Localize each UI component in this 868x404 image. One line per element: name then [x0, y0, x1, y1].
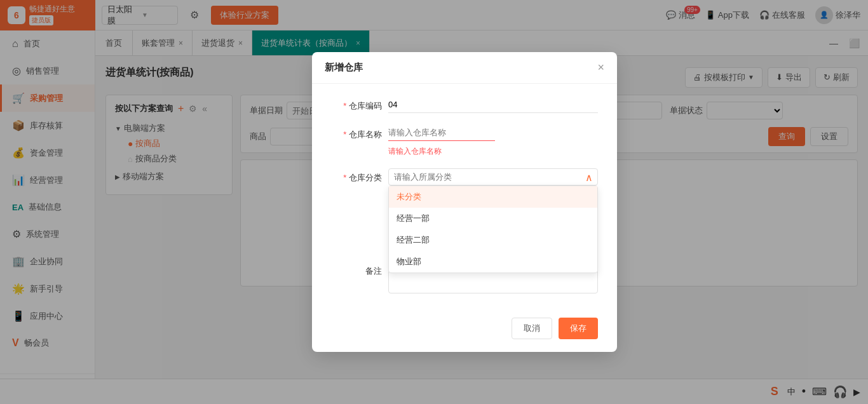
- name-error-message: 请输入仓库名称: [388, 146, 442, 157]
- category-input[interactable]: [388, 168, 598, 185]
- dropdown-item-operation2[interactable]: 经营二部: [389, 229, 597, 251]
- note-label: 备注: [331, 262, 382, 277]
- category-label: 仓库分类: [331, 168, 382, 184]
- modal-header: 新增仓库 ×: [312, 52, 617, 84]
- form-row-name: 仓库名称 请输入仓库名称: [331, 125, 598, 157]
- name-label: 仓库名称: [331, 125, 382, 140]
- warehouse-name-input[interactable]: [388, 125, 495, 141]
- save-button[interactable]: 保存: [559, 318, 598, 339]
- code-label: 仓库编码: [331, 97, 382, 112]
- form-row-category: 仓库分类 ∧ 未分类 经营一部 经营二部 物业部: [331, 168, 598, 185]
- dropdown-item-uncategorized[interactable]: 未分类: [389, 186, 597, 208]
- warehouse-code-input[interactable]: [388, 97, 598, 113]
- form-row-code: 仓库编码: [331, 97, 598, 113]
- modal-body: 仓库编码 仓库名称 请输入仓库名称 仓库分类 ∧ 未分类 经营一部 经营二部: [312, 84, 617, 311]
- add-warehouse-modal: 新增仓库 × 仓库编码 仓库名称 请输入仓库名称 仓库分类 ∧: [312, 52, 617, 352]
- category-dropdown: 未分类 经营一部 经营二部 物业部: [388, 185, 598, 273]
- category-select-wrapper: ∧ 未分类 经营一部 经营二部 物业部: [388, 168, 598, 185]
- dropdown-item-operation1[interactable]: 经营一部: [389, 208, 597, 229]
- modal-close-button[interactable]: ×: [597, 61, 604, 74]
- modal-title: 新增仓库: [325, 62, 363, 74]
- dropdown-item-property[interactable]: 物业部: [389, 251, 597, 273]
- modal-footer: 取消 保存: [312, 311, 617, 352]
- cancel-button[interactable]: 取消: [512, 318, 552, 339]
